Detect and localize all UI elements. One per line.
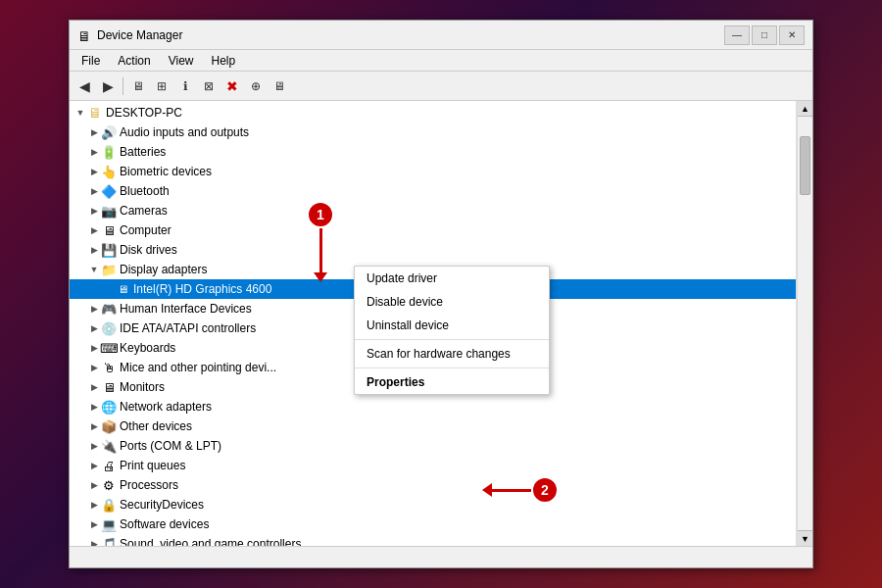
tree-item-diskdrives[interactable]: ▶ 💾 Disk drives bbox=[70, 240, 796, 260]
scan-changes-button[interactable]: ℹ bbox=[174, 75, 196, 97]
sound-expander[interactable]: ▶ bbox=[87, 537, 101, 546]
hid-expander[interactable]: ▶ bbox=[87, 302, 101, 316]
tree-item-network[interactable]: ▶ 🌐 Network adapters bbox=[70, 397, 796, 416]
ctx-uninstall-device[interactable]: Uninstall device bbox=[355, 314, 549, 337]
ports-label: Ports (COM & LPT) bbox=[120, 439, 221, 453]
status-bar bbox=[70, 546, 812, 567]
audio-icon: 🔊 bbox=[101, 124, 117, 140]
cameras-label: Cameras bbox=[120, 204, 168, 218]
batteries-expander[interactable]: ▶ bbox=[87, 145, 101, 159]
monitors-icon: 🖥 bbox=[101, 379, 117, 395]
keyboards-icon: ⌨ bbox=[101, 340, 117, 356]
menu-help[interactable]: Help bbox=[204, 52, 244, 70]
mice-expander[interactable]: ▶ bbox=[87, 361, 101, 374]
diskdrives-icon: 💾 bbox=[101, 242, 117, 258]
properties-button[interactable]: 🖥 bbox=[127, 75, 149, 97]
mice-label: Mice and other pointing devi... bbox=[120, 361, 276, 374]
title-controls: — □ ✕ bbox=[724, 25, 805, 45]
software-expander[interactable]: ▶ bbox=[87, 517, 101, 531]
software-icon: 💻 bbox=[101, 516, 117, 532]
other-expander[interactable]: ▶ bbox=[87, 419, 101, 433]
scroll-thumb[interactable] bbox=[800, 136, 810, 195]
tree-item-sound[interactable]: ▶ 🎵 Sound, video and game controllers bbox=[70, 534, 796, 546]
bluetooth-expander[interactable]: ▶ bbox=[87, 184, 101, 198]
ctx-disable-device[interactable]: Disable device bbox=[355, 290, 549, 314]
computer-label: Computer bbox=[120, 223, 172, 237]
maximize-button[interactable]: □ bbox=[752, 25, 777, 45]
network-label: Network adapters bbox=[120, 400, 212, 414]
ide-expander[interactable]: ▶ bbox=[87, 321, 101, 335]
tree-item-bluetooth[interactable]: ▶ 🔷 Bluetooth bbox=[70, 181, 796, 201]
window-icon: 🖥 bbox=[77, 28, 91, 42]
biometric-expander[interactable]: ▶ bbox=[87, 165, 101, 178]
minimize-button[interactable]: — bbox=[724, 25, 750, 45]
tree-item-software[interactable]: ▶ 💻 Software devices bbox=[70, 514, 796, 534]
monitors-label: Monitors bbox=[120, 380, 165, 394]
device-manager-window: 🖥 Device Manager — □ ✕ File Action View … bbox=[69, 20, 813, 568]
ports-icon: 🔌 bbox=[101, 438, 117, 454]
processors-icon: ⚙ bbox=[101, 477, 117, 493]
network-icon: 🌐 bbox=[101, 399, 117, 415]
menu-file[interactable]: File bbox=[74, 52, 108, 70]
tree-item-processors[interactable]: ▶ ⚙ Processors bbox=[70, 475, 796, 495]
cameras-icon: 📷 bbox=[101, 203, 117, 219]
close-button[interactable]: ✕ bbox=[779, 25, 805, 45]
bluetooth-icon: 🔷 bbox=[101, 183, 117, 199]
display-icon: 📁 bbox=[101, 262, 117, 277]
uninstall-button[interactable]: ✖ bbox=[221, 75, 243, 97]
tree-item-other[interactable]: ▶ 📦 Other devices bbox=[70, 416, 796, 436]
root-label: DESKTOP-PC bbox=[106, 106, 182, 120]
security-label: SecurityDevices bbox=[120, 498, 204, 512]
back-button[interactable]: ◀ bbox=[74, 75, 95, 97]
menu-action[interactable]: Action bbox=[110, 52, 158, 70]
device-manager-button[interactable]: ⊞ bbox=[151, 75, 172, 97]
tree-item-computer[interactable]: ▶ 🖥 Computer bbox=[70, 220, 796, 240]
ide-label: IDE ATA/ATAPI controllers bbox=[120, 321, 256, 335]
tree-item-cameras[interactable]: ▶ 📷 Cameras bbox=[70, 201, 796, 220]
audio-label: Audio inputs and outputs bbox=[120, 125, 249, 139]
ports-expander[interactable]: ▶ bbox=[87, 439, 101, 453]
content-area: ▼ 🖥 DESKTOP-PC ▶ 🔊 Audio inputs and outp… bbox=[70, 101, 812, 546]
processors-expander[interactable]: ▶ bbox=[87, 478, 101, 492]
ctx-separator-2 bbox=[355, 368, 549, 368]
tree-item-audio[interactable]: ▶ 🔊 Audio inputs and outputs bbox=[70, 122, 796, 142]
audio-expander[interactable]: ▶ bbox=[87, 125, 101, 139]
tree-item-print[interactable]: ▶ 🖨 Print queues bbox=[70, 456, 796, 475]
ctx-properties[interactable]: Properties bbox=[355, 370, 549, 394]
other-label: Other devices bbox=[120, 419, 192, 433]
monitors-expander[interactable]: ▶ bbox=[87, 380, 101, 394]
bluetooth-label: Bluetooth bbox=[120, 184, 170, 198]
menu-bar: File Action View Help bbox=[70, 50, 812, 72]
security-icon: 🔒 bbox=[101, 497, 117, 513]
ctx-update-driver[interactable]: Update driver bbox=[355, 267, 549, 290]
diskdrives-label: Disk drives bbox=[120, 243, 177, 257]
intelgfx-icon: 🖥 bbox=[115, 281, 130, 297]
root-expander[interactable]: ▼ bbox=[74, 106, 87, 120]
scan-hardware-button[interactable]: ⊕ bbox=[245, 75, 267, 97]
print-icon: 🖨 bbox=[101, 458, 117, 473]
diskdrives-expander[interactable]: ▶ bbox=[87, 243, 101, 257]
mice-icon: 🖱 bbox=[101, 360, 117, 375]
computer-expander[interactable]: ▶ bbox=[87, 223, 101, 237]
title-bar: 🖥 Device Manager — □ ✕ bbox=[70, 21, 812, 50]
tree-item-biometric[interactable]: ▶ 👆 Biometric devices bbox=[70, 162, 796, 181]
security-expander[interactable]: ▶ bbox=[87, 498, 101, 512]
scroll-up-button[interactable]: ▲ bbox=[798, 101, 812, 117]
tree-item-batteries[interactable]: ▶ 🔋 Batteries bbox=[70, 142, 796, 162]
scrollbar[interactable]: ▲ ▼ bbox=[797, 101, 812, 546]
cameras-expander[interactable]: ▶ bbox=[87, 204, 101, 218]
print-expander[interactable]: ▶ bbox=[87, 459, 101, 472]
forward-button[interactable]: ▶ bbox=[97, 75, 119, 97]
monitor-icon-btn[interactable]: 🖥 bbox=[269, 75, 290, 97]
display-expander[interactable]: ▼ bbox=[87, 263, 101, 276]
toolbar: ◀ ▶ 🖥 ⊞ ℹ ⊠ ✖ ⊕ 🖥 bbox=[70, 72, 812, 101]
tree-item-security[interactable]: ▶ 🔒 SecurityDevices bbox=[70, 495, 796, 514]
scroll-down-button[interactable]: ▼ bbox=[798, 530, 812, 546]
update-driver-button[interactable]: ⊠ bbox=[198, 75, 220, 97]
tree-item-ports[interactable]: ▶ 🔌 Ports (COM & LPT) bbox=[70, 436, 796, 456]
tree-root[interactable]: ▼ 🖥 DESKTOP-PC bbox=[70, 103, 796, 122]
network-expander[interactable]: ▶ bbox=[87, 400, 101, 414]
ctx-scan-hardware[interactable]: Scan for hardware changes bbox=[355, 342, 549, 366]
menu-view[interactable]: View bbox=[161, 52, 202, 70]
biometric-icon: 👆 bbox=[101, 164, 117, 179]
